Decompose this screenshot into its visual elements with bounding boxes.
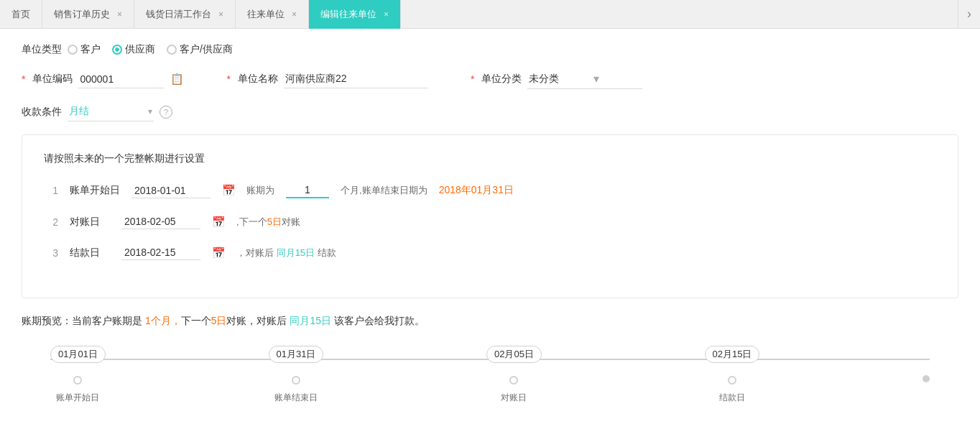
- radio-customer[interactable]: 客户: [68, 43, 101, 56]
- unit-category-field: * 单位分类 未分类 ▾: [471, 69, 642, 89]
- period-end-date: 2018年01月31日: [439, 184, 514, 197]
- timeline-dot-2: [509, 376, 518, 385]
- timeline-sublabel-2: 对账日: [501, 392, 527, 404]
- tab-home-label: 首页: [11, 8, 30, 21]
- tab-partner-label: 往来单位: [247, 8, 285, 21]
- payment-terms-row: 收款条件 月结 ▾ ?: [22, 102, 958, 121]
- main-content: 单位类型 客户 供应商 客户/供应商 * 单位编码: [0, 29, 980, 437]
- tab-bar: 首页 销售订单历史 × 钱货日清工作台 × 往来单位 × 编辑往来单位 × ›: [0, 0, 980, 29]
- timeline-dot-3: [728, 376, 736, 385]
- timeline-badge-2: 02月05日: [486, 346, 542, 363]
- timeline-end: [923, 346, 930, 404]
- payment-terms-arrow: ▾: [148, 106, 152, 116]
- timeline-sublabel-0: 账单开始日: [56, 392, 99, 404]
- period-row3-desc: ，对账后 同月15日 结款: [236, 247, 336, 259]
- tab-partner-close[interactable]: ×: [292, 9, 297, 19]
- timeline-dot-1: [292, 376, 300, 385]
- tab-home[interactable]: 首页: [0, 0, 42, 29]
- radio-both-label: 客户/供应商: [180, 43, 233, 56]
- tab-sales-history-close[interactable]: ×: [117, 9, 122, 19]
- tab-cash-workbench-label: 钱货日清工作台: [146, 8, 211, 21]
- period-num-2: 2: [44, 216, 58, 228]
- unit-type-row: 单位类型 客户 供应商 客户/供应商: [22, 43, 958, 56]
- unit-name-input[interactable]: [284, 70, 427, 88]
- unit-code-star: *: [22, 73, 25, 85]
- period-month-input[interactable]: [286, 183, 329, 198]
- unit-code-label: 单位编码: [32, 73, 73, 86]
- unit-type-field: 单位类型 客户 供应商 客户/供应商: [22, 43, 233, 56]
- period-cal-icon-2[interactable]: 📅: [212, 216, 225, 229]
- period-label-1: 账单开始日: [70, 184, 120, 197]
- unit-type-radio-group: 客户 供应商 客户/供应商: [68, 43, 233, 56]
- preview-section: 账期预览：当前客户账期是 1个月，下一个5日对账，对账后 同月15日 该客户会给…: [22, 313, 958, 404]
- payment-terms-help-icon[interactable]: ?: [160, 106, 172, 119]
- period-num-1: 1: [44, 185, 58, 196]
- radio-supplier[interactable]: 供应商: [112, 43, 155, 56]
- radio-both[interactable]: 客户/供应商: [167, 43, 233, 56]
- period-label-2: 对账日: [70, 216, 110, 229]
- timeline-point-0: 01月01日 账单开始日: [50, 346, 106, 404]
- tab-edit-partner-label: 编辑往来单位: [320, 8, 376, 21]
- period-row2-desc: ,下一个5日对账: [236, 216, 300, 229]
- payment-terms-label: 收款条件: [22, 106, 62, 119]
- timeline-point-1: 01月31日 账单结束日: [269, 346, 324, 404]
- timeline-dot-0: [73, 376, 82, 385]
- period-label-3: 结款日: [70, 247, 110, 259]
- unit-code-field: * 单位编码 📋: [22, 70, 183, 88]
- radio-customer-circle: [68, 45, 78, 55]
- tab-edit-partner[interactable]: 编辑往来单位 ×: [309, 0, 401, 29]
- period-row-3: 3 结款日 📅 ，对账后 同月15日 结款: [44, 245, 936, 260]
- tab-sales-history-label: 销售订单历史: [54, 8, 110, 21]
- unit-category-label: 单位分类: [481, 73, 522, 86]
- tab-cash-workbench[interactable]: 钱货日清工作台 ×: [134, 0, 236, 29]
- payment-terms-dropdown[interactable]: 月结 ▾: [68, 102, 154, 121]
- radio-both-circle: [167, 45, 177, 55]
- payment-terms-field: 收款条件 月结 ▾ ?: [22, 102, 172, 121]
- timeline-badge-1: 01月31日: [269, 346, 324, 363]
- payment-terms-value: 月结: [69, 105, 145, 118]
- period-row-1: 1 账单开始日 📅 账期为 个月,账单结束日期为 2018年01月31日: [44, 183, 936, 198]
- unit-info-row: * 单位编码 📋 * 单位名称 * 单位分类 未分类 ▾: [22, 69, 958, 89]
- preview-payment-day: 同月15日: [290, 315, 331, 326]
- preview-text: 账期预览：当前客户账期是 1个月，下一个5日对账，对账后 同月15日 该客户会给…: [22, 313, 958, 328]
- period-box: 请按照未来的一个完整帐期进行设置 1 账单开始日 📅 账期为 个月,账单结束日期…: [22, 134, 958, 298]
- timeline-badge-3: 02月15日: [705, 346, 760, 363]
- period-date-input-1[interactable]: [131, 183, 211, 198]
- period-date-input-3[interactable]: [121, 245, 200, 260]
- timeline-badge-0: 01月01日: [50, 346, 106, 363]
- unit-name-label: 单位名称: [238, 73, 278, 86]
- right-arrow-icon: ›: [967, 6, 971, 22]
- period-cal-icon-3[interactable]: 📅: [212, 247, 225, 259]
- period-box-title: 请按照未来的一个完整帐期进行设置: [44, 152, 936, 165]
- period-date-input-2[interactable]: [121, 214, 200, 229]
- unit-type-label: 单位类型: [22, 43, 62, 56]
- unit-code-copy-icon[interactable]: 📋: [170, 73, 183, 86]
- radio-supplier-circle: [112, 45, 122, 55]
- preview-months: 1个月，: [145, 315, 181, 326]
- period-row-2: 2 对账日 📅 ,下一个5日对账: [44, 214, 936, 229]
- timeline-sublabel-3: 结款日: [719, 392, 745, 404]
- period-num-3: 3: [44, 247, 58, 259]
- tab-cash-workbench-close[interactable]: ×: [218, 9, 223, 19]
- unit-category-arrow: ▾: [593, 72, 599, 86]
- unit-category-select[interactable]: 未分类 ▾: [527, 69, 642, 89]
- period-period-label: 账期为: [246, 184, 274, 197]
- timeline-points: 01月01日 账单开始日 01月31日 账单结束日 02月05日 对账日 02月…: [50, 346, 930, 404]
- period-unit-text: 个月,账单结束日期为: [341, 184, 427, 197]
- unit-category-star: *: [471, 73, 474, 85]
- unit-name-field: * 单位名称: [226, 70, 427, 88]
- timeline-point-2: 02月05日 对账日: [486, 346, 542, 404]
- period-cal-icon-1[interactable]: 📅: [222, 184, 235, 197]
- radio-customer-label: 客户: [80, 43, 101, 56]
- unit-code-input[interactable]: [78, 70, 165, 88]
- radio-supplier-label: 供应商: [125, 43, 155, 56]
- unit-name-star: *: [226, 73, 230, 85]
- timeline: 01月01日 账单开始日 01月31日 账单结束日 02月05日 对账日 02月…: [22, 346, 958, 404]
- tab-edit-partner-close[interactable]: ×: [384, 9, 389, 19]
- timeline-sublabel-1: 账单结束日: [274, 392, 318, 404]
- timeline-end-dot: [923, 375, 930, 382]
- tab-sales-history[interactable]: 销售订单历史 ×: [42, 0, 134, 29]
- unit-category-value: 未分类: [529, 73, 559, 86]
- tab-partner[interactable]: 往来单位 ×: [236, 0, 309, 29]
- tab-overflow-arrow[interactable]: ›: [958, 0, 980, 29]
